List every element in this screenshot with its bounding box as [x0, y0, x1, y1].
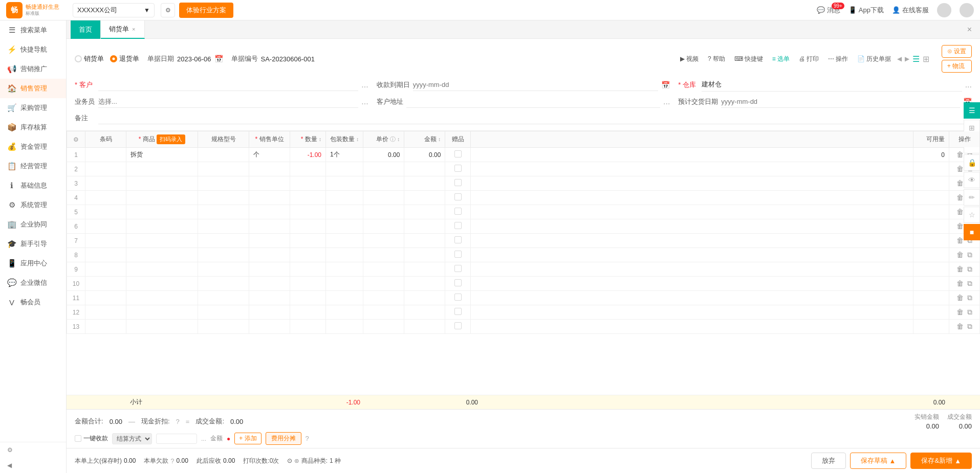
- copy-row-icon[interactable]: ⧉: [967, 294, 972, 302]
- th-settings[interactable]: ⚙: [67, 131, 85, 148]
- total-owe-help-icon[interactable]: ?: [170, 457, 174, 465]
- row-spec[interactable]: [198, 305, 249, 320]
- settings-button[interactable]: ⊙ 设置: [942, 45, 972, 58]
- row-gift[interactable]: [445, 148, 471, 162]
- row-price[interactable]: [363, 305, 404, 320]
- tab-close-icon[interactable]: ×: [131, 25, 136, 33]
- row-spec[interactable]: [198, 291, 249, 305]
- row-price[interactable]: [363, 176, 404, 191]
- remark-input[interactable]: [98, 112, 972, 124]
- sidebar-item-search[interactable]: ☰ 搜索菜单: [0, 20, 66, 40]
- row-price[interactable]: [363, 320, 404, 334]
- row-gift[interactable]: [445, 205, 471, 219]
- due-date-calendar-icon[interactable]: 📅: [661, 81, 670, 89]
- trial-button[interactable]: 体验行业方案: [179, 3, 233, 18]
- row-amount[interactable]: 0.00: [404, 148, 445, 162]
- row-amount[interactable]: [404, 205, 445, 219]
- row-price[interactable]: [363, 162, 404, 176]
- row-barcode[interactable]: [85, 248, 126, 262]
- row-price[interactable]: [363, 191, 404, 205]
- expense-button[interactable]: 费用分摊: [266, 432, 301, 445]
- add-button[interactable]: + 添加: [234, 433, 261, 444]
- delete-row-icon[interactable]: 🗑: [956, 179, 964, 187]
- row-spec[interactable]: [198, 219, 249, 234]
- row-barcode[interactable]: [85, 262, 126, 277]
- row-price[interactable]: [363, 219, 404, 234]
- row-amount[interactable]: [404, 234, 445, 248]
- row-spec[interactable]: [198, 148, 249, 162]
- th-barcode[interactable]: 条码: [85, 131, 126, 148]
- sidebar-item-finance[interactable]: 💰 资金管理: [0, 137, 66, 156]
- row-price[interactable]: [363, 248, 404, 262]
- discard-button[interactable]: 放弃: [811, 453, 846, 469]
- row-gift[interactable]: [445, 162, 471, 176]
- copy-row-icon[interactable]: ⧉: [967, 322, 972, 330]
- copy-row-icon[interactable]: ⧉: [967, 265, 972, 273]
- row-price[interactable]: 0.00: [363, 148, 404, 162]
- messages-button[interactable]: 💬 消息 99+: [817, 6, 840, 15]
- sidebar-item-app-center[interactable]: 📱 应用中心: [0, 254, 66, 273]
- row-gift[interactable]: [445, 234, 471, 248]
- row-barcode[interactable]: [85, 162, 126, 176]
- th-gift[interactable]: 赠品: [445, 131, 471, 148]
- app-download-button[interactable]: 📱 App下载: [848, 6, 884, 15]
- row-barcode[interactable]: [85, 291, 126, 305]
- row-barcode[interactable]: [85, 176, 126, 191]
- row-spec[interactable]: [198, 234, 249, 248]
- row-barcode[interactable]: [85, 205, 126, 219]
- customer-addr-dots[interactable]: ...: [663, 97, 670, 106]
- row-gift[interactable]: [445, 219, 471, 234]
- customer-dots[interactable]: ...: [361, 80, 368, 89]
- row-amount[interactable]: [404, 176, 445, 191]
- account-dots[interactable]: ...: [201, 435, 206, 442]
- tab-home[interactable]: 首页: [71, 20, 101, 39]
- row-amount[interactable]: [404, 262, 445, 277]
- row-qty[interactable]: [290, 305, 326, 320]
- th-spec[interactable]: 规格型号: [198, 131, 249, 148]
- nav-right-icon[interactable]: ▶: [905, 55, 909, 62]
- user-avatar[interactable]: [937, 3, 951, 17]
- row-price[interactable]: [363, 277, 404, 291]
- row-qty[interactable]: [290, 176, 326, 191]
- view-grid-icon[interactable]: ⊞: [923, 54, 929, 64]
- eye-float-button[interactable]: 👁: [964, 172, 980, 188]
- th-unit[interactable]: * 销售单位: [249, 131, 290, 148]
- radio-return[interactable]: 退货单: [110, 54, 139, 63]
- row-gift[interactable]: [445, 262, 471, 277]
- warehouse-dots[interactable]: ...: [965, 80, 972, 89]
- row-amount[interactable]: [404, 219, 445, 234]
- delete-row-icon[interactable]: 🗑: [956, 294, 964, 302]
- row-gift[interactable]: [445, 305, 471, 320]
- account-input[interactable]: [156, 434, 197, 444]
- toolbar-ops-button[interactable]: ⋯ 操作: [825, 53, 851, 65]
- radio-sales[interactable]: 销货单: [75, 54, 104, 63]
- row-spec[interactable]: [198, 248, 249, 262]
- salesperson-dots[interactable]: ...: [361, 97, 368, 106]
- delete-row-icon[interactable]: 🗑: [956, 322, 964, 330]
- scan-input-button[interactable]: 扫码录入: [157, 134, 185, 144]
- customer-addr-input[interactable]: [406, 96, 660, 108]
- row-amount[interactable]: [404, 162, 445, 176]
- discount-help-icon[interactable]: ?: [176, 418, 180, 425]
- sidebar-item-inventory[interactable]: 📦 库存核算: [0, 118, 66, 137]
- sidebar-item-marketing[interactable]: 📢 营销推广: [0, 59, 66, 79]
- settlement-select[interactable]: 结算方式: [112, 433, 152, 444]
- row-barcode[interactable]: [85, 320, 126, 334]
- toolbar-print-button[interactable]: 🖨 打印: [796, 53, 822, 65]
- delete-row-icon[interactable]: 🗑: [956, 251, 964, 259]
- row-barcode[interactable]: [85, 305, 126, 320]
- toolbar-help-button[interactable]: ? 帮助: [705, 53, 728, 65]
- th-price[interactable]: 单价 ⓘ ↕: [363, 131, 404, 148]
- row-gift[interactable]: [445, 176, 471, 191]
- row-qty[interactable]: [290, 320, 326, 334]
- th-pkg[interactable]: 包装数量 ↕: [326, 131, 363, 148]
- view-list-icon[interactable]: ☰: [912, 54, 920, 64]
- delete-row-icon[interactable]: 🗑: [956, 165, 964, 173]
- th-ops[interactable]: 操作: [949, 131, 980, 148]
- sidebar-item-wecom[interactable]: 💬 企业微信: [0, 273, 66, 292]
- date-calendar-icon[interactable]: 📅: [214, 55, 223, 63]
- row-spec[interactable]: [198, 176, 249, 191]
- row-qty[interactable]: [290, 262, 326, 277]
- delete-row-icon[interactable]: 🗑: [956, 236, 964, 244]
- logistics-button[interactable]: + 物流: [942, 60, 972, 73]
